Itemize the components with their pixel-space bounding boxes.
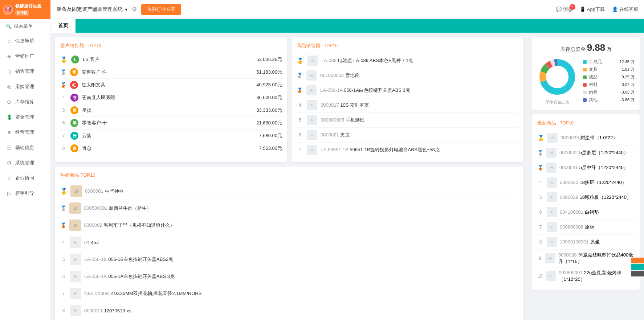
sidebar-item-sales[interactable]: ◇ 销售管理 — [0, 64, 50, 79]
latest-products-title: 最新商品 TOP10 — [537, 119, 635, 126]
rank-number: 6 — [60, 274, 67, 279]
donut-chart: 库存资金占比 — [537, 57, 577, 105]
customer-badge: 零 — [70, 119, 78, 127]
sidebar-item-system[interactable]: ⚙ 系统管理 — [0, 155, 50, 171]
latest-product-img: Ai — [547, 207, 557, 217]
legend-list: 半成品 12.45 万 文具 1.01 万 成品 0.25 万 材料 0.07 … — [583, 58, 635, 104]
product-placeholder-img: Ai — [306, 85, 317, 95]
sold-list-item: 4 Ai 0000017 10S 变刹罗孩 — [297, 98, 518, 113]
sidebar-item-collab[interactable]: ○ 企业协同 — [0, 171, 50, 186]
product-image: 🖼 — [69, 202, 81, 214]
float-live[interactable]: 直播 — [631, 271, 644, 276]
rank-number: 4 — [60, 95, 67, 100]
latest-product-item: 🥉 Ai 00000315层中纤（1220*2440） — [537, 160, 635, 175]
sidebar-item-quick-nav[interactable]: ⌂ 快捷导航 — [0, 33, 50, 49]
rank-number: 7 — [60, 133, 67, 138]
customer-badge: L — [71, 56, 79, 63]
message-button[interactable]: 💬 消息 6 — [556, 6, 572, 13]
product-placeholder-img: Ai — [306, 70, 317, 81]
latest-product-info: 0000033封边带（1.0*22） — [561, 135, 617, 141]
hot-product-info: 0000001中华神器 — [85, 188, 124, 194]
sold-product-info: LA-056-1A 056-1A白色按键开关盖ABS 3克 — [320, 87, 518, 94]
customer-list-item: 🥇 L LS 客户 53,006.26元 — [60, 53, 282, 66]
sidebar-item-purchase[interactable]: 🛍 采购管理 — [0, 79, 50, 94]
sidebar-item-guide[interactable]: ▷ 新手引导 — [0, 186, 50, 201]
settings-icon[interactable]: ⚙ — [132, 6, 137, 13]
hot-products-list: 🥇 🖼 0000001中华神器 🥈 🖼 000500001新西兰牛肉（新牛） 🥉… — [60, 183, 518, 320]
hot-product-item: 🥉 🖼 0000002智利车子里（规格不知道填什么） — [60, 217, 518, 234]
search-menu[interactable]: 🔍 搜索菜单 — [0, 19, 50, 33]
product-image: 🖼 — [69, 220, 81, 231]
rank-number: 5 — [60, 108, 67, 113]
top-customers-title: 客户销售额 TOP10 — [60, 42, 282, 49]
rank-number: 6 — [297, 132, 303, 138]
home-icon: ⌂ — [6, 38, 12, 44]
legend-item: 半成品 12.45 万 — [583, 58, 635, 66]
customer-badge: 星 — [70, 106, 78, 114]
rank-number: 8 — [537, 239, 544, 245]
rank-number: 6 — [537, 210, 544, 215]
customer-list-item: 5 星 星扬 33,333.00元 — [60, 104, 282, 117]
product-placeholder: Ai — [70, 254, 81, 265]
latest-product-info: 00380000122g鱼豆腐·烧烤味（1*12*20） — [559, 270, 635, 283]
customer-badge: 苍 — [70, 94, 78, 102]
rank-number: 5 — [537, 195, 544, 200]
collab-icon: ○ — [6, 175, 12, 181]
sidebar: 🎯 畅捷通好生意 标准版 🔍 搜索菜单 ⌂ 快捷导航 ◈ 营销推广 ◇ 销售管理… — [0, 0, 51, 320]
latest-product-item: 🥈 Ai 00000325层多层（1220*2440） — [537, 145, 635, 160]
legend-label: 其他 — [589, 97, 618, 103]
rank-number: 10 — [537, 274, 543, 279]
try-button[interactable]: 体验行业方案 — [141, 4, 181, 15]
logo-icon: 🎯 — [3, 5, 13, 15]
inventory-icon: ⊙ — [6, 99, 12, 105]
rank-number: 5 — [297, 118, 303, 123]
customer-list-item: 8 肖 肖总 7,563.00元 — [60, 142, 282, 155]
latest-product-info: 00000315层中纤（1220*2440） — [559, 164, 628, 171]
sold-list-item: 5 Ai 000800005 手机测试 — [297, 113, 518, 128]
product-placeholder: Ai — [70, 288, 81, 299]
top-header: 装备及固定资产辅助管理系统 ▾ ⚙ 体验行业方案 💬 消息 6 📱 App下载 … — [51, 0, 644, 19]
legend-dot — [583, 75, 587, 79]
service-icon: 👤 — [612, 7, 618, 12]
product-placeholder-img: Ai — [307, 130, 317, 140]
customer-value: 21,680.00元 — [256, 120, 282, 126]
sold-list-item: 7 Ai LA-59651-1B 59651-1B旋转投影灯电池盒ABS黑色+5… — [297, 143, 518, 157]
medal-gold-icon: 🥇 — [60, 56, 68, 63]
rank-number: 6 — [60, 120, 67, 126]
message-icon: 💬 — [556, 7, 562, 12]
marketing-icon: ◈ — [6, 53, 12, 60]
tab-home[interactable]: 首页 — [51, 19, 76, 33]
customer-name: 星扬 — [82, 107, 253, 114]
online-service-button[interactable]: 👤 在线客服 — [612, 6, 638, 13]
hot-product-item: 8 Ai 000001112070519-xs — [60, 302, 518, 319]
medal-gold-icon: 🥇 — [60, 188, 68, 195]
customer-value: 7,680.00元 — [259, 132, 282, 139]
float-customer-service[interactable]: 客服热线 — [631, 258, 644, 263]
sidebar-item-inventory[interactable]: ⊙ 库存核算 — [0, 94, 50, 110]
rank-number: 7 — [60, 291, 67, 296]
sold-list: 🥇 Ai LA-089 电池盖 LA-089 ABS本色+黑种 7.1克 🥈 A… — [297, 53, 518, 157]
sidebar-item-finance[interactable]: 💲 资金管理 — [0, 110, 50, 125]
customer-badge: 红 — [70, 81, 78, 89]
customer-name: 零售客户·于 — [82, 120, 253, 126]
sidebar-item-marketing[interactable]: ◈ 营销推广 — [0, 49, 50, 64]
hot-product-info: LA-056-1B056-1B白色按键开关盖ABS2克 — [84, 256, 173, 263]
system-selector[interactable]: 装备及固定资产辅助管理系统 ▾ — [57, 6, 127, 13]
float-service-community[interactable]: 服务社区 — [631, 264, 644, 270]
sold-product-info: LA-089 电池盖 LA-089 ABS本色+黑种 7.1克 — [321, 57, 518, 64]
hot-product-item: 7 Ai NB2.0X30B2.0X30MM双搓花轴,搓花直径2.1MM/ROH… — [60, 285, 518, 302]
latest-product-info: 004100001白钢垫 — [560, 209, 599, 216]
sidebar-item-base-info[interactable]: ☰ 基础信息 — [0, 140, 50, 155]
sold-list-item: 6 Ai 0000021 夹克 — [297, 128, 518, 143]
top-sold-card: 商品销售额 TOP10 🥇 Ai LA-089 电池盖 LA-089 ABS本色… — [292, 37, 523, 162]
product-placeholder: Ai — [70, 305, 81, 316]
medal-silver-icon: 🥈 — [297, 73, 303, 78]
latest-product-item: 6 Ai 004100001白钢垫 — [537, 205, 635, 220]
content-area: 客户销售额 TOP10 🥇 L LS 客户 53,006.26元 🥈 零 零售客… — [51, 33, 644, 320]
chevron-down-icon: ▾ — [125, 7, 127, 12]
sidebar-item-operations[interactable]: ≡ 经营管理 — [0, 125, 50, 140]
app-download-button[interactable]: 📱 App下载 — [580, 6, 605, 13]
latest-product-item: 5 Ai 000002918颗粒板（1220*2440） — [537, 190, 635, 205]
rank-number: 9 — [537, 256, 542, 261]
search-icon: 🔍 — [6, 24, 12, 29]
